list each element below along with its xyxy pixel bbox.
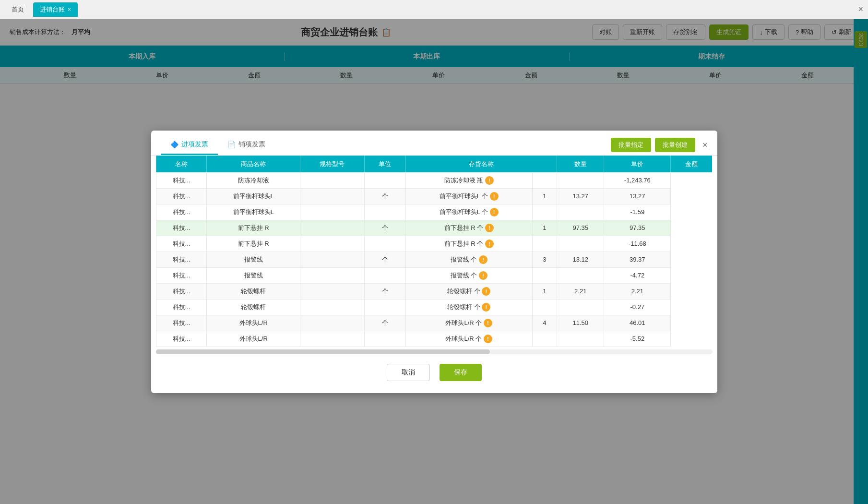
- cell-qty: 3: [532, 252, 557, 267]
- table-row: 科技...报警线报警线 个 !-4.72: [156, 267, 712, 283]
- modal-table-container[interactable]: 名称 商品名称 规格型号 单位 存货名称 数量 单价 金额 科技...防冻冷却液…: [151, 156, 717, 347]
- cell-qty: [532, 331, 557, 347]
- warning-icon: !: [485, 224, 494, 232]
- main-content: 销售成本计算方法： 月平均 商贸企业进销台账 📋 对账 重新开账 存货别名 生成…: [0, 19, 868, 504]
- cell-unit: 个: [364, 188, 405, 204]
- table-row: 科技...轮毂螺杆轮毂螺杆 个 !-0.27: [156, 299, 712, 315]
- cell-stock: 防冻冷却液 瓶 !: [405, 172, 532, 188]
- cell-product: 前平衡杆球头L: [207, 188, 300, 204]
- cell-product: 前下悬挂 R: [207, 236, 300, 252]
- warning-icon: !: [485, 176, 494, 185]
- scrollbar-thumb[interactable]: [156, 349, 490, 354]
- cell-unit: 个: [364, 220, 405, 236]
- cell-unit: 个: [364, 315, 405, 331]
- cell-name: 科技...: [156, 220, 207, 236]
- cell-unit: [364, 204, 405, 220]
- tab-active-label: 进销台账: [40, 5, 65, 14]
- warning-icon: !: [484, 335, 492, 343]
- col-header-stock: 存货名称: [405, 156, 557, 172]
- table-row: 科技...前平衡杆球头L个前平衡杆球头L 个 !113.2713.27: [156, 188, 712, 204]
- cell-name: 科技...: [156, 252, 207, 267]
- cell-stock: 前下悬挂 R 个 !: [405, 236, 532, 252]
- cell-amount: -0.27: [604, 299, 671, 315]
- warning-icon: !: [485, 240, 494, 248]
- tab-active[interactable]: 进销台账 ×: [33, 2, 78, 17]
- cell-price: 2.21: [557, 283, 604, 299]
- cell-stock: 报警线 个 !: [405, 252, 532, 267]
- col-header-name: 名称: [156, 156, 207, 172]
- cell-price: [557, 172, 604, 188]
- cell-amount: 39.37: [604, 252, 671, 267]
- cell-spec: [300, 172, 365, 188]
- cell-qty: [532, 204, 557, 220]
- cell-spec: [300, 267, 365, 283]
- modal-footer: 取消 保存: [151, 357, 717, 384]
- table-row: 科技...报警线个报警线 个 !313.1239.37: [156, 252, 712, 267]
- cell-spec: [300, 188, 365, 204]
- cell-amount: 2.21: [604, 283, 671, 299]
- cell-product: 前下悬挂 R: [207, 220, 300, 236]
- modal-overlay: 🔷 进项发票 📄 销项发票 批量指定 批量创建 ×: [0, 19, 868, 504]
- save-button[interactable]: 保存: [440, 364, 482, 381]
- cancel-button[interactable]: 取消: [387, 364, 430, 381]
- cell-name: 科技...: [156, 331, 207, 347]
- cell-name: 科技...: [156, 188, 207, 204]
- tab-home[interactable]: 首页: [5, 2, 31, 17]
- cell-unit: 个: [364, 252, 405, 267]
- warning-icon: !: [490, 208, 499, 216]
- cell-price: [557, 236, 604, 252]
- cell-stock: 前平衡杆球头L 个 !: [405, 204, 532, 220]
- col-header-price: 单价: [604, 156, 671, 172]
- cell-spec: [300, 220, 365, 236]
- col-header-amount: 金额: [671, 156, 712, 172]
- cell-product: 前平衡杆球头L: [207, 204, 300, 220]
- warning-icon: !: [484, 319, 492, 327]
- tab-outbound-invoice[interactable]: 📄 销项发票: [218, 135, 275, 155]
- cell-unit: [364, 299, 405, 315]
- invoice-table: 名称 商品名称 规格型号 单位 存货名称 数量 单价 金额 科技...防冻冷却液…: [156, 156, 713, 347]
- cell-qty: [532, 267, 557, 283]
- batch-create-button[interactable]: 批量创建: [655, 138, 695, 152]
- batch-assign-button[interactable]: 批量指定: [611, 138, 651, 152]
- cell-unit: [364, 236, 405, 252]
- cell-amount: 46.01: [604, 315, 671, 331]
- tab-active-close[interactable]: ×: [68, 6, 71, 13]
- cell-amount: -5.52: [604, 331, 671, 347]
- cell-amount: -1.59: [604, 204, 671, 220]
- cell-qty: [532, 172, 557, 188]
- cell-spec: [300, 331, 365, 347]
- col-header-qty: 数量: [557, 156, 604, 172]
- cell-price: [557, 204, 604, 220]
- horizontal-scrollbar[interactable]: [156, 349, 713, 354]
- cell-unit: [364, 267, 405, 283]
- cell-spec: [300, 283, 365, 299]
- col-header-spec: 规格型号: [300, 156, 365, 172]
- cell-product: 报警线: [207, 267, 300, 283]
- cell-qty: [532, 236, 557, 252]
- cell-price: 11.50: [557, 315, 604, 331]
- cell-qty: 1: [532, 188, 557, 204]
- cell-price: [557, 299, 604, 315]
- cell-product: 轮毂螺杆: [207, 299, 300, 315]
- cell-unit: [364, 331, 405, 347]
- col-header-product: 商品名称: [207, 156, 300, 172]
- top-bar: 首页 进销台账 × ×: [0, 0, 868, 19]
- cell-name: 科技...: [156, 299, 207, 315]
- tab-inbound-invoice[interactable]: 🔷 进项发票: [161, 135, 218, 155]
- cell-product: 外球头L/R: [207, 331, 300, 347]
- window-close-button[interactable]: ×: [858, 4, 863, 14]
- warning-icon: !: [482, 287, 490, 296]
- warning-icon: !: [482, 303, 490, 312]
- cell-stock: 外球头L/R 个 !: [405, 331, 532, 347]
- cell-name: 科技...: [156, 283, 207, 299]
- modal-close-button[interactable]: ×: [702, 140, 708, 150]
- cell-stock: 轮毂螺杆 个 !: [405, 283, 532, 299]
- warning-icon: !: [479, 255, 488, 264]
- table-row: 科技...外球头L/R个外球头L/R 个 !411.5046.01: [156, 315, 712, 331]
- cell-amount: 13.27: [604, 188, 671, 204]
- cell-stock: 前下悬挂 R 个 !: [405, 220, 532, 236]
- cell-spec: [300, 315, 365, 331]
- cell-product: 外球头L/R: [207, 315, 300, 331]
- cell-amount: -11.68: [604, 236, 671, 252]
- cell-qty: 1: [532, 220, 557, 236]
